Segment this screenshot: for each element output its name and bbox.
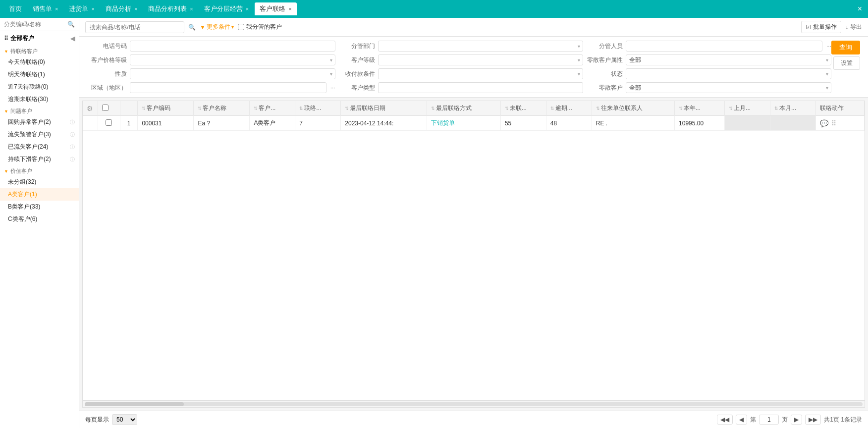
filter-select-状态[interactable] xyxy=(626,68,831,79)
nav-close-goods-analysis[interactable]: × xyxy=(134,6,137,12)
filter-select-wrap-零散客户: 全部 xyxy=(626,82,831,93)
filter-input-客户类型[interactable] xyxy=(378,82,584,93)
filter-select-零散客户属性[interactable]: 全部 xyxy=(626,54,831,65)
page-size-select[interactable]: 50 100 200 xyxy=(112,414,137,425)
nav-close-sales[interactable]: × xyxy=(55,6,58,12)
sidebar-search-icon[interactable]: 🔍 xyxy=(67,21,75,28)
prev-page-button[interactable]: ◀ xyxy=(736,415,747,425)
my-customers-filter[interactable]: 我分管的客户 xyxy=(238,23,282,31)
sidebar-item-明天待联络(1)[interactable]: 明天待联络(1) xyxy=(0,68,79,81)
sidebar-collapse-button[interactable]: ◀ xyxy=(70,35,75,42)
row-checkbox-0[interactable] xyxy=(106,119,112,126)
col-header-unitcontact[interactable]: ⇅往来单位联系人 xyxy=(592,101,674,116)
sidebar-item-近7天待联络(0)[interactable]: 近7天待联络(0) xyxy=(0,81,79,93)
col-header-contacts[interactable]: ⇅联络... xyxy=(295,101,341,116)
last-page-button[interactable]: ▶▶ xyxy=(805,415,821,425)
filter-select-收付款条件[interactable] xyxy=(378,68,584,79)
nav-item-goods-analysis[interactable]: 商品分析 × xyxy=(101,2,142,15)
col-header-level[interactable]: ⇅客户... xyxy=(250,101,295,116)
nav-close-customer-tier[interactable]: × xyxy=(246,6,249,12)
info-icon: ⓘ xyxy=(70,131,75,138)
my-customers-checkbox[interactable] xyxy=(238,24,244,30)
filter-input-电话号码[interactable] xyxy=(130,41,335,52)
sort-icon-name: ⇅ xyxy=(198,106,202,111)
batch-operation-button[interactable]: ☑ 批量操作 xyxy=(801,21,841,33)
nav-item-home[interactable]: 首页 xyxy=(4,2,27,15)
filter-row-0: 电话号码分管部门分管人员··· xyxy=(87,41,831,52)
horizontal-scrollbar[interactable] xyxy=(83,400,865,407)
filter-search-input[interactable] xyxy=(85,21,184,33)
nav-close-customer-contact[interactable]: × xyxy=(288,6,291,12)
sidebar-item-C类客户(6)[interactable]: C类客户(6) xyxy=(0,213,79,225)
filter-label-性质: 性质 xyxy=(87,70,127,78)
first-page-button[interactable]: ◀◀ xyxy=(717,415,733,425)
table-scroll[interactable]: ⚙⇅客户编码⇅客户名称⇅客户...⇅联络...⇅最后联络日期⇅最后联络方式⇅未联… xyxy=(83,101,865,400)
sidebar-item-回购异常客户(2)[interactable]: 回购异常客户(2)ⓘ xyxy=(0,116,79,128)
select-all-checkbox[interactable] xyxy=(102,105,108,111)
gear-settings-icon[interactable]: ⚙ xyxy=(87,105,93,112)
row-unitcontact-0: RE . xyxy=(592,116,674,131)
nav-item-goods-list[interactable]: 商品分析列表 × xyxy=(143,2,198,15)
filter-dots-区域（地区）[interactable]: ··· xyxy=(330,84,335,91)
filter-input-区域（地区）[interactable] xyxy=(130,82,326,93)
page-label-prefix: 第 xyxy=(750,416,756,424)
filter-select-wrap-性质 xyxy=(130,68,335,79)
row-lastway-link-0[interactable]: 下销货单 xyxy=(431,119,455,126)
row-name-0[interactable]: Ea ? xyxy=(194,116,250,131)
filter-select-客户等级[interactable] xyxy=(378,54,584,65)
filter-select-客户价格等级[interactable] xyxy=(130,54,335,65)
nav-item-customer-tier[interactable]: 客户分层经营 × xyxy=(199,2,254,15)
settings-button[interactable]: 设置 xyxy=(833,56,860,70)
more-filters-button[interactable]: ▼ 更多条件 ▾ xyxy=(200,23,234,31)
col-header-lastmonth[interactable]: ⇅上月... xyxy=(725,101,770,116)
sidebar-group-问题客户[interactable]: ▼ 问题客户 xyxy=(0,106,79,116)
col-header-lastway[interactable]: ⇅最后联络方式 xyxy=(427,101,500,116)
sidebar-search-input[interactable] xyxy=(4,21,65,28)
col-header-name[interactable]: ⇅客户名称 xyxy=(194,101,250,116)
filter-search-button[interactable]: 🔍 xyxy=(188,24,196,31)
sidebar-item-B类客户(33)[interactable]: B类客户(33) xyxy=(0,201,79,213)
nav-close-goods-list[interactable]: × xyxy=(190,6,193,12)
col-header-thismonth[interactable]: ⇅本月... xyxy=(770,101,816,116)
table-body: 1000031Ea ?A类客户72023-04-12 14:44:下销货单554… xyxy=(83,116,865,131)
close-all-button[interactable]: × xyxy=(856,2,864,15)
filter-label-客户类型: 客户类型 xyxy=(335,84,375,92)
sidebar-item-已流失客户(24)[interactable]: 已流失客户(24)ⓘ xyxy=(0,141,79,153)
row-num-0: 1 xyxy=(120,116,138,131)
sidebar-group-待联络客户[interactable]: ▼ 待联络客户 xyxy=(0,46,79,56)
expand-icon: ▼ xyxy=(4,49,8,54)
next-page-button[interactable]: ▶ xyxy=(791,415,802,425)
sidebar-item-今天待联络(0)[interactable]: 今天待联络(0) xyxy=(0,56,79,68)
query-button[interactable]: 查询 xyxy=(831,41,860,54)
col-header-overdue[interactable]: ⇅逾期... xyxy=(546,101,592,116)
sidebar-group-价值客户[interactable]: ▼ 价值客户 xyxy=(0,165,79,176)
filter-select-零散客户[interactable]: 全部 xyxy=(626,82,831,93)
filter-input-分管人员[interactable] xyxy=(626,41,822,52)
nav-item-customer-contact[interactable]: 客户联络 × xyxy=(255,2,296,15)
all-customers-header[interactable]: ⠿ 全部客户 ◀ xyxy=(0,31,79,46)
export-button[interactable]: ↓ 导出 xyxy=(845,23,862,31)
pagination-bar: 每页显示 50 100 200 ◀◀ ◀ 第 页 ▶ ▶▶ 共1页 1条记录 xyxy=(79,411,868,428)
sidebar-item-逾期未联络(30)[interactable]: 逾期未联络(30) xyxy=(0,93,79,106)
filter-select-分管部门[interactable] xyxy=(378,41,584,52)
sidebar-item-未分组(32)[interactable]: 未分组(32) xyxy=(0,176,79,188)
grid-action-icon[interactable]: ⠿ xyxy=(831,119,836,127)
sidebar-item-A类客户(1)[interactable]: A类客户(1) xyxy=(0,188,79,201)
col-header-nocontact[interactable]: ⇅未联... xyxy=(500,101,546,116)
comment-icon[interactable]: 💬 xyxy=(820,119,828,127)
sidebar-search-area: 🔍 xyxy=(0,18,79,31)
nav-item-purchase[interactable]: 进货单 × xyxy=(64,2,99,15)
filter-select-性质[interactable] xyxy=(130,68,335,79)
filter-label-收付款条件: 收付款条件 xyxy=(335,70,375,78)
filter-rows-container: 电话号码分管部门分管人员···客户价格等级客户等级零散客户属性全部性质收付款条件… xyxy=(87,41,831,93)
current-page-input[interactable] xyxy=(759,415,779,425)
col-header-code[interactable]: ⇅客户编码 xyxy=(138,101,194,116)
scroll-thumb[interactable] xyxy=(85,402,184,406)
sidebar-item-持续下滑客户(2)[interactable]: 持续下滑客户(2)ⓘ xyxy=(0,153,79,165)
sidebar-item-流失预警客户(3)[interactable]: 流失预警客户(3)ⓘ xyxy=(0,128,79,141)
filter-dots-分管人员[interactable]: ··· xyxy=(826,43,831,50)
nav-item-sales[interactable]: 销售单 × xyxy=(28,2,63,15)
col-header-lastdate[interactable]: ⇅最后联络日期 xyxy=(341,101,427,116)
col-header-thisyear[interactable]: ⇅本年... xyxy=(675,101,725,116)
nav-close-purchase[interactable]: × xyxy=(91,6,94,12)
